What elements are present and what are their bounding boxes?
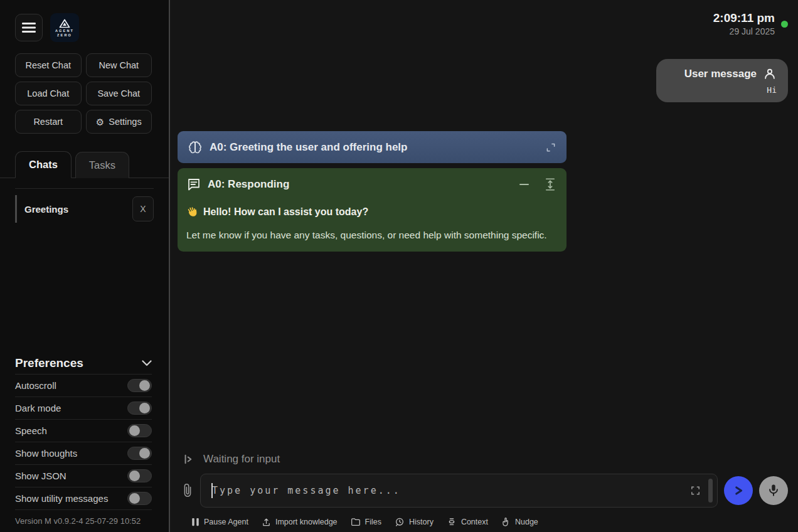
user-message-bubble: User message Hi (656, 59, 788, 102)
pref-row-dark-mode: Dark mode (15, 396, 152, 419)
agent-response-greeting: Hello! How can I assist you today? (186, 206, 556, 218)
person-icon (763, 67, 777, 81)
folder-icon (351, 518, 361, 526)
preferences-title: Preferences (15, 356, 83, 370)
attach-file-button[interactable] (181, 481, 194, 500)
toggle-knob (139, 448, 150, 459)
pause-agent-button[interactable]: Pause Agent (191, 518, 248, 526)
toggle-knob (129, 471, 140, 481)
agent-response-message: A0: Responding Hello! Ho (178, 168, 567, 252)
toggle-knob (129, 425, 140, 436)
toggle-knob (129, 493, 140, 504)
nudge-button[interactable]: Nudge (501, 517, 538, 527)
pref-label: Autoscroll (15, 380, 56, 391)
tab-tasks[interactable]: Tasks (75, 152, 129, 178)
load-chat-button[interactable]: Load Chat (15, 82, 82, 105)
input-scrollbar[interactable] (708, 479, 713, 503)
show-json-toggle[interactable] (127, 469, 152, 482)
chat-list: Greetings X (15, 188, 154, 223)
show-thoughts-toggle[interactable] (127, 447, 152, 460)
logo-text-line2: ZERO (57, 33, 72, 37)
pref-row-show-json: Show JSON (15, 464, 152, 487)
agent-response-line2: Let me know if you have any tasks, quest… (186, 230, 556, 241)
clock-time: 2:09:11 pm (713, 11, 775, 25)
agent-zero-logo: AGENT ZERO (50, 13, 79, 42)
sidebar-tabs: Chats Tasks (0, 151, 169, 178)
new-chat-label: New Chat (98, 60, 139, 70)
chat-item-title: Greetings (24, 204, 132, 215)
import-knowledge-button[interactable]: Import knowledge (262, 518, 338, 527)
send-arrow-icon (732, 484, 745, 497)
context-label: Context (461, 518, 488, 526)
send-button[interactable] (724, 476, 753, 505)
pref-row-show-utility: Show utility messages (15, 487, 152, 509)
files-label: Files (365, 518, 381, 526)
nudge-label: Nudge (515, 518, 538, 526)
unfold-vertical-icon[interactable] (544, 178, 556, 191)
composer (178, 474, 788, 508)
chevron-down-icon (142, 360, 152, 366)
agent-response-title: A0: Responding (208, 178, 513, 191)
preferences-section: Preferences Autoscroll Dark mode Speech … (0, 356, 169, 526)
tab-chats[interactable]: Chats (15, 151, 72, 178)
hamburger-icon (22, 23, 36, 33)
hamburger-menu-button[interactable] (15, 14, 43, 41)
message-input-container (200, 474, 718, 508)
restart-label: Restart (33, 117, 63, 127)
agent-topic-title: A0: Greeting the user and offering help (210, 141, 538, 154)
agent-response-line1: Hello! How can I assist you today? (203, 206, 368, 218)
reset-chat-label: Reset Chat (25, 60, 71, 70)
history-label: History (409, 518, 434, 526)
reset-chat-button[interactable]: Reset Chat (15, 53, 82, 77)
expand-diagonal-icon[interactable] (545, 142, 556, 153)
chat-list-item-greetings[interactable]: Greetings X (15, 195, 154, 223)
load-chat-label: Load Chat (27, 88, 69, 98)
message-input[interactable] (201, 474, 717, 507)
brain-icon (188, 140, 203, 155)
main-area: 2:09:11 pm 29 Jul 2025 User message Hi (170, 0, 798, 532)
microphone-button[interactable] (759, 476, 788, 505)
preferences-header[interactable]: Preferences (0, 356, 169, 374)
new-chat-button[interactable]: New Chat (86, 53, 152, 77)
chat-close-button[interactable]: X (132, 196, 154, 221)
pref-label: Dark mode (15, 403, 61, 413)
composer-toolbar: Pause Agent Import knowledge Files (191, 517, 788, 527)
pref-row-autoscroll: Autoscroll (15, 374, 152, 396)
pref-label: Show JSON (15, 471, 66, 481)
files-button[interactable]: Files (351, 518, 381, 526)
autoscroll-toggle[interactable] (127, 379, 152, 392)
history-button[interactable]: History (395, 517, 434, 527)
speech-toggle[interactable] (127, 424, 152, 437)
logo-text-line1: AGENT (55, 29, 74, 33)
nudge-hand-icon (501, 517, 511, 527)
text-caret (211, 483, 213, 498)
settings-label: Settings (109, 117, 141, 127)
toggle-knob (139, 403, 150, 413)
pref-row-show-thoughts: Show thoughts (15, 442, 152, 464)
agent-zero-app: AGENT ZERO Reset Chat New Chat Load Chat… (0, 0, 798, 532)
context-button[interactable]: Context (447, 517, 488, 527)
pref-label: Show thoughts (15, 448, 77, 459)
minimize-icon[interactable] (519, 184, 529, 185)
user-message-title: User message (684, 68, 757, 80)
pause-agent-label: Pause Agent (204, 518, 248, 526)
pref-row-speech: Speech (15, 419, 152, 442)
save-chat-label: Save Chat (97, 88, 140, 98)
settings-button[interactable]: ⚙ Settings (86, 110, 152, 134)
dark-mode-toggle[interactable] (127, 402, 152, 415)
paperclip-icon (181, 481, 194, 500)
upload-icon (262, 518, 271, 527)
agent-message-group: A0: Greeting the user and offering help … (178, 131, 567, 252)
restart-button[interactable]: Restart (15, 110, 82, 134)
show-utility-toggle[interactable] (127, 492, 152, 505)
save-chat-button[interactable]: Save Chat (86, 82, 152, 105)
agent-status-row: Waiting for input (178, 453, 788, 466)
agent-status-text: Waiting for input (203, 453, 280, 466)
clock-date: 29 Jul 2025 (713, 26, 775, 36)
topbar: 2:09:11 pm 29 Jul 2025 (178, 0, 788, 36)
import-knowledge-label: Import knowledge (275, 518, 338, 526)
expand-input-button[interactable] (690, 486, 701, 496)
history-clock-icon (395, 517, 405, 527)
context-icon (447, 517, 457, 527)
microphone-icon (767, 483, 780, 498)
